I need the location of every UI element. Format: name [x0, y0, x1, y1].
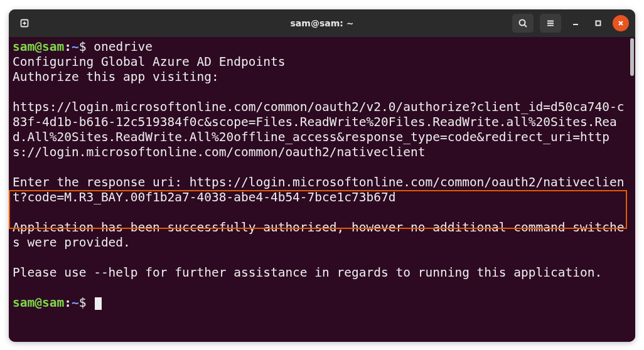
terminal-window: sam@sam: ~ sam@sam:~$ onedrive Configuri… [9, 9, 635, 342]
titlebar: sam@sam: ~ [9, 9, 635, 37]
prompt-user-host-2: sam@sam [13, 295, 64, 310]
prompt-colon: : [64, 40, 72, 54]
titlebar-right [512, 14, 635, 33]
terminal-output[interactable]: sam@sam:~$ onedrive Configuring Global A… [9, 37, 629, 342]
prompt-user-host: sam@sam [13, 40, 64, 54]
prompt-colon-2: : [64, 295, 72, 310]
svg-point-3 [520, 20, 525, 26]
terminal-area[interactable]: sam@sam:~$ onedrive Configuring Global A… [9, 37, 635, 342]
new-tab-button[interactable] [15, 14, 34, 33]
cmd-empty [86, 295, 94, 310]
prompt-dollar: $ [79, 40, 87, 54]
prompt-dollar-2: $ [79, 295, 87, 310]
svg-rect-9 [596, 21, 601, 26]
prompt-line-1: sam@sam:~$ [13, 40, 86, 54]
output-response-uri: Enter the response uri: https://login.mi… [13, 175, 624, 204]
output-line-config: Configuring Global Azure AD Endpoints [13, 55, 285, 69]
cursor [95, 297, 102, 310]
hamburger-menu-button[interactable] [540, 14, 561, 33]
minimize-button[interactable] [567, 15, 584, 31]
close-button[interactable] [613, 15, 629, 31]
output-help: Please use --help for further assistance… [13, 265, 602, 280]
output-auth-url: https://login.microsoftonline.com/common… [13, 100, 624, 159]
output-line-authorize: Authorize this app visiting: [13, 70, 219, 84]
prompt-path-2: ~ [72, 295, 79, 310]
scrollbar[interactable] [629, 37, 635, 342]
search-button[interactable] [512, 14, 534, 33]
cmd-onedrive: onedrive [86, 40, 153, 54]
output-authorised: Application has been successfully author… [13, 220, 624, 250]
maximize-button[interactable] [590, 15, 606, 31]
svg-line-4 [525, 25, 527, 28]
scrollbar-thumb[interactable] [630, 38, 634, 76]
prompt-path: ~ [72, 40, 79, 54]
prompt-line-2: sam@sam:~$ [13, 295, 86, 310]
titlebar-left [9, 14, 34, 33]
